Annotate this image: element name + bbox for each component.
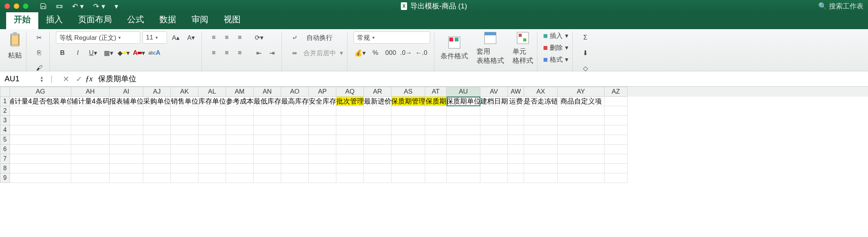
cell-AS3[interactable] [391,116,425,125]
cell-AR3[interactable] [364,116,391,125]
cell-AG3[interactable] [10,116,71,125]
percent-button[interactable]: % [369,47,382,59]
close-window-button[interactable] [5,3,10,9]
cell-AK1[interactable]: 销售单位 [171,97,198,106]
cell-AM4[interactable] [226,125,254,135]
cell-AP6[interactable] [309,145,336,154]
cell-AZ7[interactable] [604,154,627,164]
cell-AP3[interactable] [309,116,336,125]
fill-button[interactable]: ⬇ [579,47,592,59]
cell-AN3[interactable] [254,116,281,125]
cell-AM5[interactable] [226,135,254,145]
cell-AI1[interactable]: 报表辅单位 [110,97,143,106]
cell-AK9[interactable] [171,173,198,183]
cell-AP7[interactable] [309,154,336,164]
cell-AW7[interactable] [508,154,524,164]
increase-decimal-button[interactable]: .0→ [400,47,413,59]
column-header-AX[interactable]: AX [524,87,558,97]
cell-AH2[interactable] [71,106,110,116]
cell-AU9[interactable] [447,173,480,183]
column-header-AV[interactable]: AV [480,87,508,97]
cell-AU3[interactable] [447,116,480,125]
cell-AX3[interactable] [524,116,558,125]
cell-AH6[interactable] [71,145,110,154]
cell-AK5[interactable] [171,135,198,145]
cell-AL7[interactable] [198,154,226,164]
maximize-window-button[interactable] [23,3,28,9]
cell-AT4[interactable] [425,125,447,135]
cell-AK6[interactable] [171,145,198,154]
cell-AN2[interactable] [254,106,281,116]
sheet-search[interactable]: 🔍 搜索工作表 [818,2,863,11]
font-name-select[interactable]: 等线 Regular (正文) [56,31,140,44]
cell-AQ6[interactable] [336,145,364,154]
font-size-select[interactable]: 11 [142,31,167,44]
cell-AO5[interactable] [281,135,309,145]
cell-AW3[interactable] [508,116,524,125]
cell-AT9[interactable] [425,173,447,183]
name-box[interactable] [3,73,38,85]
cell-AN6[interactable] [254,145,281,154]
cell-AU2[interactable] [447,106,480,116]
cell-AV5[interactable] [480,135,508,145]
cell-AO2[interactable] [281,106,309,116]
cell-AH3[interactable] [71,116,110,125]
tab-审阅[interactable]: 审阅 [184,10,216,29]
cell-AU7[interactable] [447,154,480,164]
cell-AJ6[interactable] [143,145,171,154]
row-header-1[interactable]: 1 [0,97,10,106]
column-header-AS[interactable]: AS [391,87,425,97]
cell-AL8[interactable] [198,164,226,173]
align-middle-button[interactable]: ≡ [221,31,233,44]
paste-button[interactable]: 粘贴 [8,31,22,60]
cell-AT2[interactable] [425,106,447,116]
cell-AV4[interactable] [480,125,508,135]
cell-AV6[interactable] [480,145,508,154]
row-header-3[interactable]: 3 [0,116,10,125]
merge-cells-button[interactable]: 合并后居中 [303,49,336,58]
cell-AL3[interactable] [198,116,226,125]
cell-AL5[interactable] [198,135,226,145]
cell-AV7[interactable] [480,154,508,164]
column-header-AK[interactable]: AK [171,87,198,97]
align-right-button[interactable]: ≡ [234,47,246,59]
row-header-4[interactable]: 4 [0,125,10,135]
cell-AN8[interactable] [254,164,281,173]
cell-AW5[interactable] [508,135,524,145]
redo-icon[interactable]: ↷ ▾ [93,2,105,11]
cell-AR6[interactable] [364,145,391,154]
cell-AS7[interactable] [391,154,425,164]
wrap-text-button[interactable]: 自动换行 [303,31,336,44]
cell-AV3[interactable] [480,116,508,125]
cell-AV2[interactable] [480,106,508,116]
column-header-AW[interactable]: AW [508,87,524,97]
row-header-9[interactable]: 9 [0,173,10,183]
cell-AJ8[interactable] [143,164,171,173]
cell-AZ1[interactable] [604,97,627,106]
cell-AY8[interactable] [558,164,604,173]
column-header-AQ[interactable]: AQ [336,87,364,97]
cell-AX9[interactable] [524,173,558,183]
column-header-AZ[interactable]: AZ [604,87,627,97]
cell-AW9[interactable] [508,173,524,183]
cell-AQ9[interactable] [336,173,364,183]
cell-AO3[interactable] [281,116,309,125]
cell-AH4[interactable] [71,125,110,135]
cell-styles-button[interactable]: 单元 格样式 [513,31,533,65]
cell-AJ7[interactable] [143,154,171,164]
cell-AQ7[interactable] [336,154,364,164]
cell-AO8[interactable] [281,164,309,173]
cell-AT6[interactable] [425,145,447,154]
cell-AW2[interactable] [508,106,524,116]
cell-AP1[interactable]: 安全库存 [309,97,336,106]
cell-AN7[interactable] [254,154,281,164]
cell-AG7[interactable] [10,154,71,164]
cell-AK7[interactable] [171,154,198,164]
cancel-formula-button[interactable]: ✕ [59,73,72,85]
cell-AP5[interactable] [309,135,336,145]
formula-input[interactable]: 保质期单位 [98,74,868,84]
align-center-button[interactable]: ≡ [221,47,233,59]
cell-AT7[interactable] [425,154,447,164]
cell-AM2[interactable] [226,106,254,116]
cell-AS4[interactable] [391,125,425,135]
